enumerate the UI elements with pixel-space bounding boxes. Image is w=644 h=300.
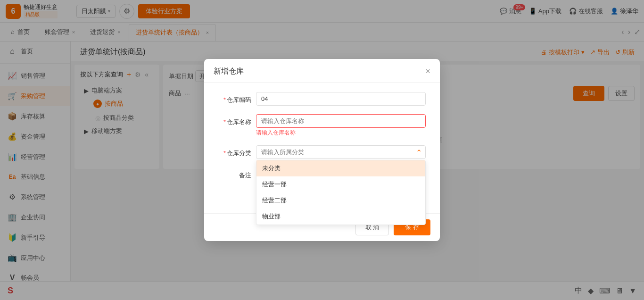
new-warehouse-modal: 新增仓库 × 仓库编码 仓库名称 请输入仓库名称 仓库分类 ⌃: [204, 59, 440, 241]
warehouse-name-wrapper: 请输入仓库名称: [256, 114, 426, 137]
warehouse-code-label: 仓库编码: [218, 92, 256, 104]
warehouse-name-label: 仓库名称: [218, 114, 256, 126]
warehouse-code-input[interactable]: [256, 92, 426, 106]
warehouse-name-input[interactable]: [256, 114, 426, 128]
warehouse-name-error: 请输入仓库名称: [256, 129, 426, 137]
warehouse-code-wrapper: [256, 92, 426, 106]
warehouse-category-input[interactable]: [256, 145, 426, 159]
dropdown-item-0[interactable]: 未分类: [256, 160, 425, 176]
modal-header: 新增仓库 ×: [204, 59, 440, 83]
modal-title: 新增仓库: [214, 67, 244, 76]
modal-body: 仓库编码 仓库名称 请输入仓库名称 仓库分类 ⌃ 未分类: [204, 83, 440, 213]
category-dropdown-menu: 未分类 经营一部 经营二部 物业部: [256, 160, 426, 225]
warehouse-category-label: 仓库分类: [218, 145, 256, 158]
form-row-code: 仓库编码: [218, 92, 426, 106]
dropdown-item-3[interactable]: 物业部: [256, 208, 425, 225]
dropdown-item-2[interactable]: 经营二部: [256, 192, 425, 208]
warehouse-category-wrapper: ⌃ 未分类 经营一部 经营二部 物业部: [256, 145, 426, 159]
form-row-category: 仓库分类 ⌃ 未分类 经营一部 经营二部 物业部: [218, 145, 426, 159]
notes-label: 备注: [218, 167, 256, 180]
form-row-name: 仓库名称 请输入仓库名称: [218, 114, 426, 137]
category-dropdown-toggle[interactable]: ⌃: [416, 148, 422, 157]
modal-close-button[interactable]: ×: [425, 67, 430, 76]
dropdown-item-1[interactable]: 经营一部: [256, 176, 425, 192]
category-input-container: ⌃: [256, 145, 426, 159]
